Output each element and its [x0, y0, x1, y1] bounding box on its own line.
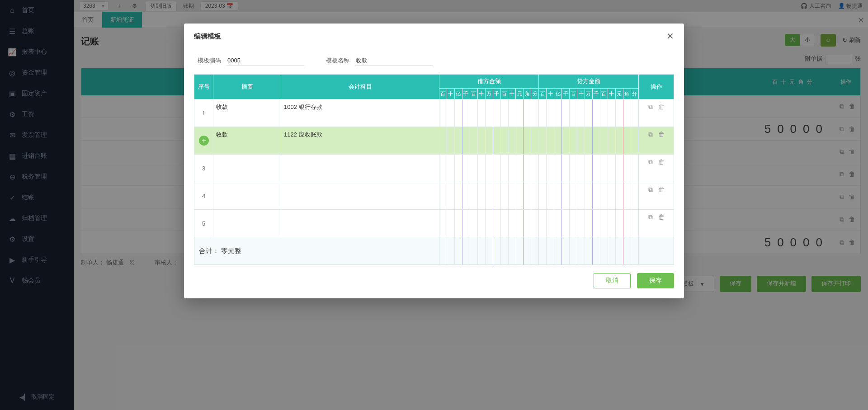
amount-slot[interactable] — [501, 182, 509, 209]
amount-slot[interactable] — [554, 155, 562, 182]
amount-slot[interactable] — [593, 99, 600, 127]
amount-slot[interactable] — [608, 237, 616, 264]
amount-slot[interactable] — [539, 99, 547, 127]
delete-icon[interactable]: 🗑 — [658, 131, 665, 138]
amount-slot[interactable] — [600, 127, 608, 154]
amount-slot[interactable] — [585, 210, 593, 237]
amount-slot[interactable] — [462, 99, 470, 127]
amount-slot[interactable] — [478, 237, 486, 264]
copy-icon[interactable]: ⧉ — [648, 131, 653, 138]
amount-slot[interactable] — [547, 182, 554, 209]
amount-slot[interactable] — [531, 237, 538, 264]
debit-cell[interactable] — [439, 210, 539, 237]
amount-slot[interactable] — [462, 237, 470, 264]
amount-slot[interactable] — [616, 127, 623, 154]
amount-slot[interactable] — [524, 99, 531, 127]
amount-slot[interactable] — [516, 155, 524, 182]
amount-slot[interactable] — [539, 127, 547, 154]
delete-icon[interactable]: 🗑 — [658, 213, 665, 221]
credit-cell[interactable] — [539, 155, 639, 182]
amount-slot[interactable] — [478, 155, 486, 182]
amount-slot[interactable] — [631, 237, 638, 264]
amount-slot[interactable] — [462, 210, 470, 237]
amount-slot[interactable] — [608, 99, 616, 127]
amount-slot[interactable] — [547, 210, 554, 237]
delete-icon[interactable]: 🗑 — [658, 103, 665, 111]
amount-slot[interactable] — [462, 127, 470, 154]
amount-slot[interactable] — [623, 127, 631, 154]
amount-slot[interactable] — [616, 182, 623, 209]
amount-slot[interactable] — [501, 99, 509, 127]
amount-slot[interactable] — [462, 155, 470, 182]
debit-cell[interactable] — [439, 182, 539, 210]
amount-slot[interactable] — [539, 210, 547, 237]
delete-icon[interactable]: 🗑 — [658, 158, 665, 166]
amount-slot[interactable] — [562, 182, 570, 209]
amount-slot[interactable] — [585, 127, 593, 154]
amount-slot[interactable] — [524, 155, 531, 182]
amount-slot[interactable] — [509, 127, 516, 154]
cancel-button[interactable]: 取消 — [594, 273, 631, 288]
summary-cell[interactable] — [213, 210, 281, 237]
amount-slot[interactable] — [516, 127, 524, 154]
amount-slot[interactable] — [631, 127, 638, 154]
amount-slot[interactable] — [593, 210, 600, 237]
debit-cell[interactable] — [439, 99, 539, 127]
amount-slot[interactable] — [623, 237, 631, 264]
delete-icon[interactable]: 🗑 — [658, 186, 665, 193]
amount-slot[interactable] — [539, 237, 547, 264]
amount-slot[interactable] — [524, 182, 531, 209]
amount-slot[interactable] — [577, 127, 585, 154]
amount-slot[interactable] — [493, 127, 501, 154]
amount-slot[interactable] — [486, 127, 493, 154]
debit-cell[interactable] — [439, 127, 539, 155]
amount-slot[interactable] — [547, 237, 554, 264]
amount-slot[interactable] — [486, 99, 493, 127]
amount-slot[interactable] — [439, 182, 447, 209]
amount-slot[interactable] — [516, 210, 524, 237]
amount-slot[interactable] — [616, 237, 623, 264]
name-input[interactable] — [355, 55, 433, 66]
amount-slot[interactable] — [439, 210, 447, 237]
amount-slot[interactable] — [439, 237, 447, 264]
amount-slot[interactable] — [447, 99, 455, 127]
amount-slot[interactable] — [486, 210, 493, 237]
amount-slot[interactable] — [570, 210, 577, 237]
copy-icon[interactable]: ⧉ — [648, 186, 653, 193]
amount-slot[interactable] — [547, 99, 554, 127]
amount-slot[interactable] — [631, 99, 638, 127]
amount-slot[interactable] — [631, 182, 638, 209]
amount-slot[interactable] — [447, 127, 455, 154]
amount-slot[interactable] — [608, 210, 616, 237]
amount-slot[interactable] — [501, 127, 509, 154]
amount-slot[interactable] — [577, 99, 585, 127]
account-cell[interactable] — [281, 182, 439, 210]
amount-slot[interactable] — [455, 210, 462, 237]
account-cell[interactable] — [281, 155, 439, 182]
amount-slot[interactable] — [608, 127, 616, 154]
save-button[interactable]: 保存 — [637, 273, 674, 288]
amount-slot[interactable] — [516, 99, 524, 127]
amount-slot[interactable] — [447, 210, 455, 237]
amount-slot[interactable] — [570, 127, 577, 154]
amount-slot[interactable] — [562, 127, 570, 154]
copy-icon[interactable]: ⧉ — [648, 158, 653, 166]
amount-slot[interactable] — [455, 237, 462, 264]
amount-slot[interactable] — [600, 155, 608, 182]
amount-slot[interactable] — [516, 182, 524, 209]
amount-slot[interactable] — [501, 210, 509, 237]
amount-slot[interactable] — [447, 182, 455, 209]
amount-slot[interactable] — [554, 99, 562, 127]
amount-slot[interactable] — [509, 210, 516, 237]
amount-slot[interactable] — [631, 210, 638, 237]
amount-slot[interactable] — [539, 155, 547, 182]
amount-slot[interactable] — [593, 155, 600, 182]
amount-slot[interactable] — [531, 182, 538, 209]
amount-slot[interactable] — [600, 237, 608, 264]
amount-slot[interactable] — [531, 127, 538, 154]
amount-slot[interactable] — [493, 99, 501, 127]
amount-slot[interactable] — [570, 182, 577, 209]
amount-slot[interactable] — [631, 155, 638, 182]
credit-cell[interactable] — [539, 127, 639, 155]
amount-slot[interactable] — [547, 127, 554, 154]
